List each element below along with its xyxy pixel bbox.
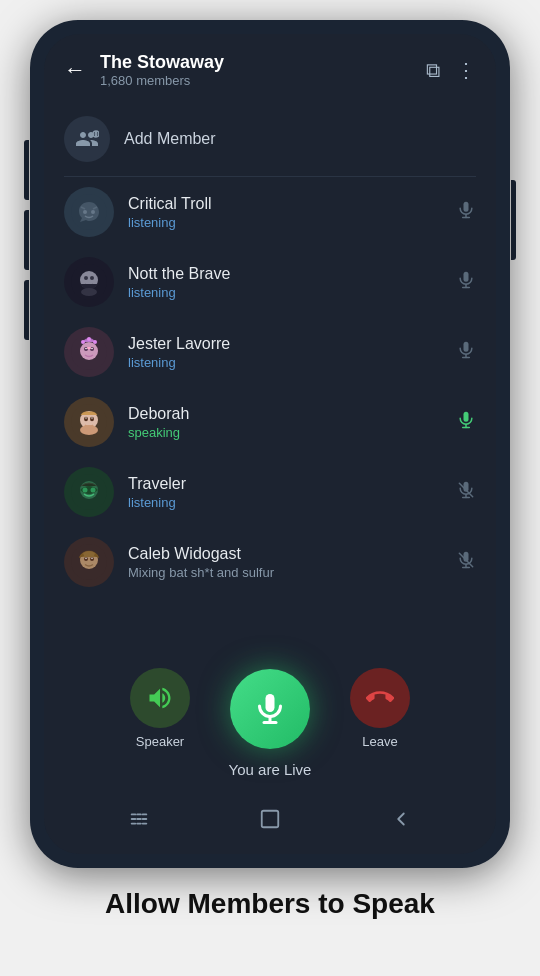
svg-point-22 xyxy=(91,348,93,350)
live-status: You are Live xyxy=(229,761,312,778)
avatar xyxy=(64,257,114,307)
member-info: Caleb Widogast Mixing bat sh*t and sulfu… xyxy=(128,545,442,580)
speaker-button[interactable]: Speaker xyxy=(130,668,190,749)
svg-point-4 xyxy=(83,210,87,214)
svg-point-43 xyxy=(91,488,96,493)
member-name: Jester Lavorre xyxy=(128,335,442,353)
member-name: Caleb Widogast xyxy=(128,545,442,563)
bottom-heading: Allow Members to Speak xyxy=(85,888,455,920)
member-name: Critical Troll xyxy=(128,195,442,213)
list-item[interactable]: Critical Troll listening xyxy=(52,177,488,247)
nav-home-icon[interactable] xyxy=(259,808,281,836)
leave-button[interactable]: Leave xyxy=(350,668,410,749)
svg-point-21 xyxy=(85,348,87,350)
svg-rect-27 xyxy=(464,341,469,351)
avatar xyxy=(64,397,114,447)
nav-menu-icon[interactable] xyxy=(128,808,150,836)
svg-rect-26 xyxy=(87,347,91,349)
leave-circle xyxy=(350,668,410,728)
svg-rect-37 xyxy=(464,411,469,421)
speaker-circle xyxy=(130,668,190,728)
list-item[interactable]: Nott the Brave listening xyxy=(52,247,488,317)
member-info: Nott the Brave listening xyxy=(128,265,442,300)
controls-row: Speaker xyxy=(74,668,466,749)
svg-point-52 xyxy=(85,558,86,559)
svg-point-25 xyxy=(93,340,97,344)
svg-point-24 xyxy=(87,337,91,341)
member-list: Add Member xyxy=(44,102,496,648)
phone-shell: ← The Stowaway 1,680 members ⧉ ⋮ xyxy=(30,20,510,868)
svg-point-11 xyxy=(84,276,88,280)
members-count: 1,680 members xyxy=(100,73,426,88)
list-item[interactable]: Deborah speaking xyxy=(52,387,488,457)
svg-point-18 xyxy=(80,342,98,360)
header-info: The Stowaway 1,680 members xyxy=(100,52,426,88)
member-status: listening xyxy=(128,495,442,510)
back-button[interactable]: ← xyxy=(64,57,86,83)
member-status: listening xyxy=(128,285,442,300)
list-item[interactable]: Caleb Widogast Mixing bat sh*t and sulfu… xyxy=(52,527,488,597)
add-member-icon xyxy=(64,116,110,162)
avatar xyxy=(64,327,114,377)
leave-label: Leave xyxy=(362,734,397,749)
main-mic-button[interactable] xyxy=(230,669,310,749)
mic-icon xyxy=(456,200,476,225)
page-wrapper: ← The Stowaway 1,680 members ⧉ ⋮ xyxy=(0,20,540,920)
member-info: Jester Lavorre listening xyxy=(128,335,442,370)
svg-point-12 xyxy=(90,276,94,280)
svg-point-36 xyxy=(80,425,98,435)
controls-area: Speaker xyxy=(44,648,496,796)
header: ← The Stowaway 1,680 members ⧉ ⋮ xyxy=(44,34,496,102)
phone-screen: ← The Stowaway 1,680 members ⧉ ⋮ xyxy=(44,34,496,854)
mic-icon xyxy=(456,340,476,365)
svg-point-13 xyxy=(81,288,97,296)
list-item[interactable]: Jester Lavorre listening xyxy=(52,317,488,387)
screen-share-icon[interactable]: ⧉ xyxy=(426,59,440,82)
svg-rect-58 xyxy=(266,694,275,712)
avatar xyxy=(64,537,114,587)
member-name: Deborah xyxy=(128,405,442,423)
more-options-icon[interactable]: ⋮ xyxy=(456,58,476,82)
member-status: listening xyxy=(128,215,442,230)
member-name: Traveler xyxy=(128,475,442,493)
mic-icon xyxy=(456,270,476,295)
list-item[interactable]: Traveler listening xyxy=(52,457,488,527)
channel-title: The Stowaway xyxy=(100,52,426,73)
member-status: listening xyxy=(128,355,442,370)
svg-point-23 xyxy=(81,340,85,344)
mic-icon-active xyxy=(456,410,476,435)
speaker-label: Speaker xyxy=(136,734,184,749)
svg-point-34 xyxy=(85,417,86,418)
member-info: Deborah speaking xyxy=(128,405,442,440)
add-member-label: Add Member xyxy=(124,130,216,148)
member-info: Traveler listening xyxy=(128,475,442,510)
member-status: speaking xyxy=(128,425,442,440)
svg-point-53 xyxy=(91,558,92,559)
svg-point-5 xyxy=(91,210,95,214)
nav-back-icon[interactable] xyxy=(390,808,412,836)
header-icons: ⧉ ⋮ xyxy=(426,58,476,82)
svg-point-35 xyxy=(91,417,92,418)
svg-rect-14 xyxy=(464,271,469,281)
svg-rect-70 xyxy=(262,811,279,828)
nav-bar xyxy=(44,796,496,854)
avatar xyxy=(64,467,114,517)
member-name: Nott the Brave xyxy=(128,265,442,283)
member-status: Mixing bat sh*t and sulfur xyxy=(128,565,442,580)
mic-icon-muted xyxy=(456,480,476,505)
svg-point-42 xyxy=(83,488,88,493)
avatar xyxy=(64,187,114,237)
member-info: Critical Troll listening xyxy=(128,195,442,230)
add-member-row[interactable]: Add Member xyxy=(52,102,488,176)
mic-icon-muted xyxy=(456,550,476,575)
svg-rect-6 xyxy=(464,201,469,211)
